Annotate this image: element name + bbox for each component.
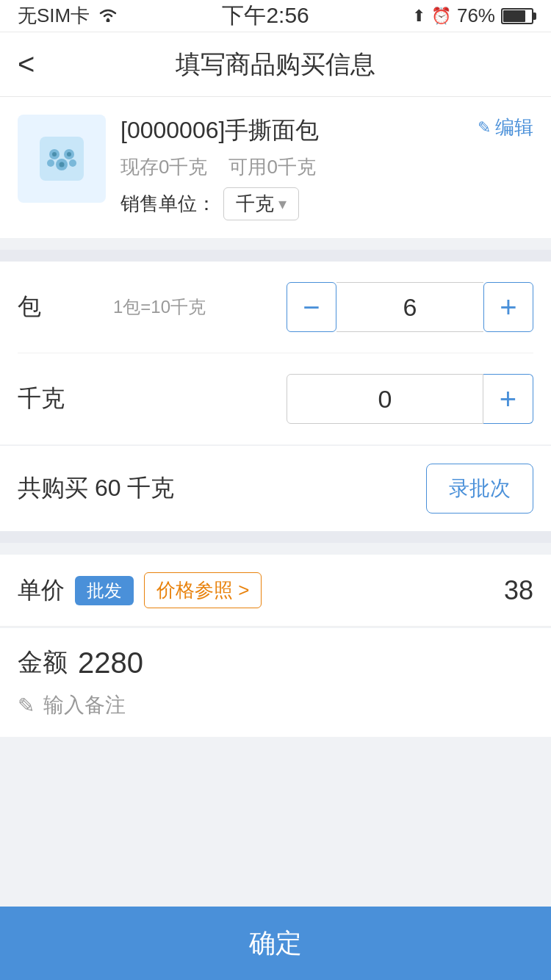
status-left: 无SIM卡: [18, 3, 119, 29]
edit-label: 编辑: [495, 115, 533, 140]
section-divider-1: [0, 250, 551, 262]
bag-input-row: 包 1包=10千克 − +: [18, 262, 533, 353]
price-type-tag: 批发: [75, 576, 134, 605]
product-info: [0000006]手撕面包 现存0千克 可用0千克 销售单位： 千克 ▾: [120, 115, 533, 220]
alarm-icon: ⏰: [431, 7, 451, 26]
bag-minus-button[interactable]: −: [287, 282, 336, 332]
summary-text: 共购买 60 千克: [18, 472, 174, 505]
unit-value: 千克: [236, 191, 274, 217]
dropdown-icon: ▾: [278, 195, 287, 214]
svg-point-7: [52, 152, 57, 156]
remark-text: 输入备注: [43, 691, 126, 719]
edit-icon: ✎: [478, 118, 491, 137]
unit-selector[interactable]: 千克 ▾: [223, 187, 299, 220]
amount-label: 金额: [18, 646, 68, 680]
svg-point-6: [69, 159, 76, 167]
back-button[interactable]: <: [18, 48, 35, 81]
pencil-icon: ✎: [18, 693, 35, 718]
stock-value: 现存0千克: [120, 156, 207, 178]
product-unit: 销售单位： 千克 ▾: [120, 187, 533, 220]
amount-value: 2280: [78, 646, 143, 680]
page-title: 填写商品购买信息: [176, 48, 375, 82]
svg-point-0: [107, 19, 110, 23]
kg-input-row: 千克 +: [18, 353, 533, 444]
battery-icon: [501, 8, 533, 24]
summary-section: 共购买 60 千克 录批次: [0, 446, 551, 531]
product-card: [0000006]手撕面包 现存0千克 可用0千克 销售单位： 千克 ▾ ✎ 编…: [0, 97, 551, 238]
price-label: 单价: [18, 574, 65, 607]
amount-row: 金额 2280: [18, 646, 533, 680]
time-label: 下午2:56: [222, 1, 309, 31]
input-section: 包 1包=10千克 − + 千克 +: [0, 262, 551, 444]
price-value: 38: [504, 575, 533, 606]
edit-button[interactable]: ✎ 编辑: [478, 115, 533, 140]
remark-row[interactable]: ✎ 输入备注: [18, 691, 533, 719]
section-divider-2: [0, 531, 551, 543]
product-name: [0000006]手撕面包: [120, 115, 533, 147]
nav-bar: < 填写商品购买信息: [0, 32, 551, 97]
amount-section: 金额 2280 ✎ 输入备注: [0, 628, 551, 737]
batch-button[interactable]: 录批次: [426, 464, 533, 514]
bag-quantity-input[interactable]: [336, 282, 483, 332]
battery-percent: 76%: [457, 4, 495, 27]
product-image: [18, 115, 106, 203]
kg-label: 千克: [18, 383, 106, 415]
bag-plus-button[interactable]: +: [483, 282, 533, 332]
confirm-button[interactable]: 确定: [0, 907, 551, 980]
kg-plus-button[interactable]: +: [483, 374, 533, 424]
svg-point-5: [47, 159, 54, 167]
kg-quantity-input[interactable]: [287, 374, 483, 424]
svg-point-8: [67, 152, 71, 156]
bag-label: 包: [18, 291, 106, 323]
bag-sublabel: 1包=10千克: [113, 295, 287, 319]
product-stock: 现存0千克 可用0千克: [120, 154, 533, 180]
status-right: ⬆ ⏰ 76%: [412, 4, 533, 27]
bag-quantity-control: − +: [287, 282, 533, 332]
unit-label: 销售单位：: [120, 191, 216, 217]
available-value: 可用0千克: [228, 156, 315, 178]
location-icon: ⬆: [412, 7, 425, 26]
price-section: 单价 批发 价格参照 > 38: [0, 555, 551, 627]
carrier-label: 无SIM卡: [18, 3, 90, 29]
status-bar: 无SIM卡 下午2:56 ⬆ ⏰ 76%: [0, 0, 551, 32]
confirm-section: 确定: [0, 907, 551, 980]
price-ref-button[interactable]: 价格参照 >: [144, 572, 262, 608]
kg-quantity-control: +: [287, 374, 533, 424]
wifi-icon: [97, 4, 119, 27]
svg-point-9: [60, 162, 65, 167]
